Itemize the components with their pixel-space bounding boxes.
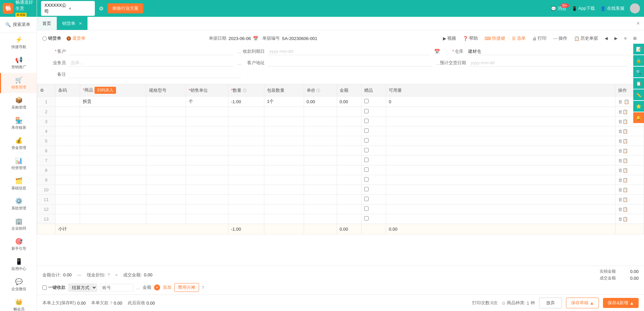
row-13-copy-icon[interactable]: 📋 [622, 217, 628, 222]
toolbar-shortcut-btn[interactable]: ⌨ 快捷键 [483, 34, 507, 42]
sidebar-item-xiaoshou[interactable]: 🛒 销售管理 [0, 73, 37, 93]
discard-btn[interactable]: 放弃 [539, 298, 562, 308]
customer-dots-btn[interactable]: ... [237, 49, 241, 54]
row-7-copy-icon[interactable]: 📋 [622, 158, 628, 163]
right-panel-btn-4[interactable]: 📋 [633, 78, 644, 89]
row-1-product[interactable]: 拆贡 [80, 96, 146, 107]
customer-address-dots-btn[interactable]: ... [436, 61, 440, 66]
row-8-copy-icon[interactable]: 📋 [622, 168, 628, 173]
app-download-btn[interactable]: 📱 App下载 [572, 5, 595, 11]
toolbar-history-btn[interactable]: 📋 历史单据 [572, 34, 600, 42]
row-9-copy-icon[interactable]: 📋 [622, 178, 628, 183]
scan-input-btn[interactable]: 扫码录入 [94, 87, 116, 94]
tab-home[interactable]: 首页 [37, 17, 57, 30]
th-settings[interactable]: ⚙ [37, 84, 55, 96]
sidebar-item-qiye[interactable]: 🏢 企业协同 [0, 214, 37, 234]
sidebar-item-caigou[interactable]: 📦 采购管理 [0, 93, 37, 113]
row-13-delete-icon[interactable]: 🗑 [618, 217, 622, 222]
user-avatar[interactable] [630, 3, 640, 13]
tab-sales[interactable]: 销货单 ✕ [57, 17, 88, 30]
row-3-delete-icon[interactable]: 🗑 [618, 119, 622, 124]
toolbar-help-btn[interactable]: ❓ 帮助 [461, 34, 480, 42]
save-new-btn[interactable]: 保存&新增 ▲ [603, 298, 639, 308]
row-7-delete-icon[interactable]: 🗑 [618, 158, 622, 163]
row-12-delete-icon[interactable]: 🗑 [618, 207, 622, 212]
row-8-delete-icon[interactable]: 🗑 [618, 168, 622, 173]
toolbar-next-btn[interactable]: ▶ [612, 35, 619, 42]
row-5-delete-icon[interactable]: 🗑 [618, 139, 622, 144]
delivery-date-input[interactable] [469, 59, 629, 67]
right-panel-btn-6[interactable]: ⭐ [633, 101, 644, 112]
row-4-copy-icon[interactable]: 📋 [622, 129, 628, 134]
row-1-unit[interactable]: 个 [186, 96, 228, 107]
row-1-unit-price[interactable]: 0.00 [304, 96, 337, 107]
sidebar-item-kuaijie[interactable]: ⚡ 快捷导航 [0, 33, 37, 53]
salesperson-dots-btn[interactable]: ... [237, 61, 241, 66]
sidebar-search-item[interactable]: 🔍 搜索菜单 [3, 20, 34, 30]
sidebar-item-jingying[interactable]: 📊 经营管理 [0, 154, 37, 174]
message-btn[interactable]: 💬 消息 99+ [551, 5, 566, 11]
online-service-btn[interactable]: 👤 在线客服 [600, 5, 624, 11]
row-5-copy-icon[interactable]: 📋 [622, 139, 628, 144]
row-10-copy-icon[interactable]: 📋 [622, 187, 628, 192]
account-input[interactable] [100, 284, 134, 291]
right-panel-btn-3[interactable]: 🔍 [633, 67, 644, 77]
trial-button[interactable]: 体验行业方案 [108, 3, 143, 13]
sidebar-item-kucun[interactable]: 🏪 库存核算 [0, 113, 37, 133]
toolbar-action-btn[interactable]: ⋯ 操作 [551, 34, 569, 42]
payment-method-select[interactable]: 结算方式 [68, 283, 97, 292]
cash-discount-help[interactable]: ? [108, 272, 110, 277]
right-panel-btn-2[interactable]: 🔒 [633, 55, 644, 66]
calendar-icon[interactable]: 📅 [253, 36, 258, 41]
expense-help-icon[interactable]: ? [202, 285, 204, 290]
row-1-amount[interactable]: 0.00 [337, 96, 361, 107]
row-1-gift[interactable] [362, 96, 386, 107]
sidebar-item-xitong[interactable]: ⚙️ 系统管理 [0, 194, 37, 214]
sales-order-radio[interactable]: 销货单 [42, 35, 61, 41]
sidebar-item-jichu[interactable]: 🗂️ 基础信息 [0, 174, 37, 194]
customer-address-input[interactable] [267, 59, 432, 67]
toolbar-video-btn[interactable]: ▶ 视频 [441, 34, 458, 42]
sidebar-item-yingxiao[interactable]: 📢 营销推广 [0, 53, 37, 73]
row-6-copy-icon[interactable]: 📋 [622, 148, 628, 153]
payment-date-calendar-icon[interactable]: 📅 [434, 49, 440, 54]
row-1-copy-icon[interactable]: 📋 [624, 99, 629, 104]
payment-date-input[interactable] [267, 48, 430, 55]
row-1-barcode[interactable] [55, 96, 80, 107]
tab-close-all-btn[interactable]: ✕ [632, 17, 644, 30]
right-panel-btn-5[interactable]: ✏️ [633, 89, 644, 100]
sidebar-item-zijin[interactable]: 💰 资金管理 [0, 133, 37, 154]
warehouse-input[interactable] [466, 48, 631, 55]
row-10-delete-icon[interactable]: 🗑 [618, 187, 622, 192]
sidebar-item-weixin[interactable]: 💬 企业微信 [0, 275, 37, 295]
row-1-pkg-qty[interactable]: 1个 [264, 96, 304, 107]
sidebar-item-huiyuan[interactable]: 👑 畅会员 [0, 295, 37, 311]
row-12-copy-icon[interactable]: 📋 [622, 207, 628, 212]
debt-help-icon[interactable]: ? [110, 301, 112, 306]
right-panel-btn-7[interactable]: 🔔 [633, 112, 644, 123]
sidebar-item-yingyong[interactable]: 📱 应用中心 [0, 255, 37, 275]
row-2-delete-icon[interactable]: 🗑 [618, 109, 622, 114]
toolbar-select-btn[interactable]: ☰ 选单 [510, 34, 528, 42]
toolbar-print-btn[interactable]: 🖨 打印 [530, 34, 548, 42]
return-order-radio[interactable]: 退货单 [67, 35, 85, 41]
toolbar-list-view-btn[interactable]: ≡ [622, 35, 629, 42]
salesperson-input[interactable] [69, 59, 233, 67]
save-draft-btn[interactable]: 保存草稿 ▲ [566, 298, 599, 308]
one-click-payment-checkbox[interactable]: 一键收款 [42, 284, 66, 290]
row-11-delete-icon[interactable]: 🗑 [618, 197, 622, 202]
row-1-delete-icon[interactable]: 🗑 [618, 99, 622, 104]
row-9-delete-icon[interactable]: 🗑 [618, 178, 622, 183]
remark-input[interactable] [69, 71, 241, 78]
row-2-copy-icon[interactable]: 📋 [622, 109, 628, 114]
row-4-delete-icon[interactable]: 🗑 [618, 129, 622, 134]
tab-close-icon[interactable]: ✕ [79, 21, 82, 26]
row-1-spec[interactable] [146, 96, 186, 107]
row-6-delete-icon[interactable]: 🗑 [618, 148, 622, 153]
customer-input[interactable] [69, 48, 233, 55]
account-dots-btn[interactable]: ... [136, 285, 140, 290]
row-11-copy-icon[interactable]: 📋 [622, 197, 628, 202]
sidebar-item-xinshou[interactable]: 🎯 新手引导 [0, 234, 37, 255]
right-panel-btn-1[interactable]: 📝 [633, 44, 644, 54]
expense-split-btn[interactable]: 费用分摊 [174, 283, 199, 292]
